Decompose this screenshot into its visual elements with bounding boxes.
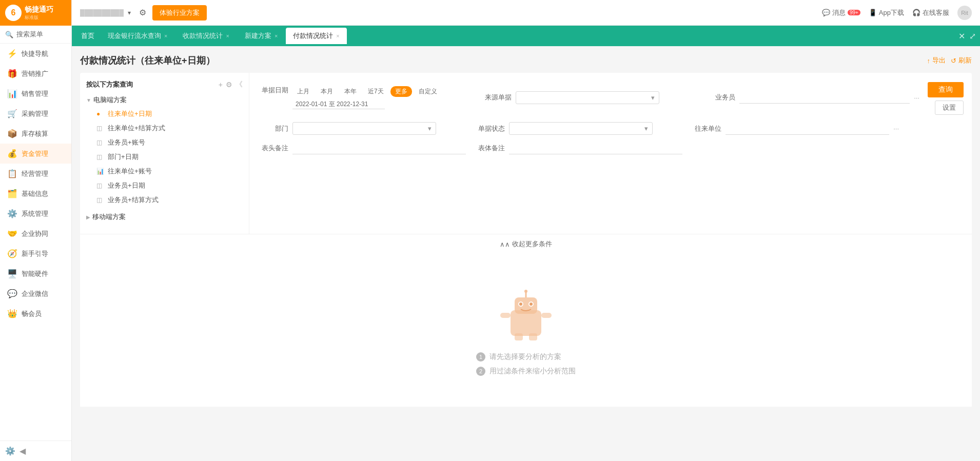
source-filter-group: 来源单据 ▾ xyxy=(481,91,696,104)
mobile-group-label: 移动端方案 xyxy=(92,212,126,222)
dept-select[interactable]: ▾ xyxy=(292,122,436,135)
refresh-btn[interactable]: ↺ 刷新 xyxy=(951,56,972,65)
tab-label: 新建方案 xyxy=(245,31,271,41)
app-download-action[interactable]: 📱 App下载 xyxy=(869,8,904,17)
topbar-settings-icon[interactable]: ⚙ xyxy=(139,8,146,17)
user-avatar[interactable]: Rit xyxy=(957,6,972,20)
sidebar-item-smart-hw[interactable]: 🖥️ 智能硬件 xyxy=(0,264,71,284)
sidebar-item-label: 快捷导航 xyxy=(22,49,48,58)
scheme-item-label: 往来单位+结算方式 xyxy=(108,124,165,133)
mobile-group-title[interactable]: ▶ 移动端方案 xyxy=(86,210,243,224)
scheme-item-partner-settle[interactable]: ◫ 往来单位+结算方式 xyxy=(86,121,243,135)
sidebar-item-inventory[interactable]: 📦 库存核算 xyxy=(0,124,71,144)
this-month-shortcut[interactable]: 本月 xyxy=(316,86,338,97)
tab-cash-flow[interactable]: 现金银行流水查询 × xyxy=(101,28,174,44)
sidebar-item-operations[interactable]: 📋 经营管理 xyxy=(0,164,71,184)
partner-more-icon[interactable]: ··· xyxy=(893,125,899,132)
sidebar-item-quick-nav[interactable]: ⚡ 快捷导航 xyxy=(0,44,71,64)
sidebar-item-base-info[interactable]: 🗂️ 基础信息 xyxy=(0,184,71,204)
empty-steps: 1 请先选择要分析的方案 2 用过滤条件来缩小分析范围 xyxy=(476,352,576,376)
tab-close-icon[interactable]: × xyxy=(336,33,339,39)
svg-rect-0 xyxy=(511,310,541,336)
scheme-item-label: 业务员+日期 xyxy=(108,181,145,190)
tab-close-icon[interactable]: × xyxy=(164,33,167,39)
scheme-icon: ◫ xyxy=(96,139,105,146)
staff-label: 业务员 xyxy=(704,93,735,102)
close-tab-icon[interactable]: ✕ xyxy=(958,31,965,41)
sidebar-item-sales[interactable]: 📊 销售管理 xyxy=(0,84,71,104)
tab-new-plan[interactable]: 新建方案 × xyxy=(238,28,285,44)
partner-input[interactable] xyxy=(726,123,889,135)
export-btn[interactable]: ↑ 导出 xyxy=(927,56,946,65)
scheme-item-partner-date[interactable]: ● 往来单位+日期 xyxy=(86,107,243,121)
sidebar-item-label: 系统管理 xyxy=(22,209,48,218)
svg-rect-8 xyxy=(500,313,511,318)
filter-row-2: 部门 ▾ 单据状态 ▾ xyxy=(258,122,964,135)
body-note-input[interactable] xyxy=(509,142,682,154)
content-wrapper: 按以下方案查询 + ⚙ 《 ▼ 电脑端方案 xyxy=(80,73,972,407)
more-shortcuts[interactable]: 更多 xyxy=(390,86,412,97)
trial-btn[interactable]: 体验行业方案 xyxy=(152,5,207,21)
header-note-group: 表头备注 xyxy=(258,142,466,154)
message-action[interactable]: 💬 消息 99+ xyxy=(822,8,860,17)
last-7days-shortcut[interactable]: 近7天 xyxy=(363,86,388,97)
scheme-item-dept-date[interactable]: ◫ 部门+日期 xyxy=(86,150,243,164)
collapse-sidebar-icon[interactable]: ◀ xyxy=(19,446,26,456)
tab-payment-stats[interactable]: 收款情况统计 × xyxy=(175,28,236,44)
settings-bottom-icon[interactable]: ⚙️ xyxy=(5,446,15,456)
chart-scheme-icon: 📊 xyxy=(96,168,105,175)
scheme-item-staff-date[interactable]: ◫ 业务员+日期 xyxy=(86,178,243,193)
scheme-item-staff-account[interactable]: ◫ 业务员+账号 xyxy=(86,135,243,150)
svg-rect-10 xyxy=(515,333,523,340)
sidebar-item-label: 智能硬件 xyxy=(22,269,48,278)
tab-close-icon[interactable]: × xyxy=(226,33,229,39)
pc-group-title[interactable]: ▼ 电脑端方案 xyxy=(86,93,243,107)
body-note-group: 表体备注 xyxy=(474,142,682,154)
tab-close-icon[interactable]: × xyxy=(275,33,278,39)
sidebar-item-enterprise[interactable]: 🤝 企业协同 xyxy=(0,224,71,244)
last-month-shortcut[interactable]: 上月 xyxy=(292,86,314,97)
status-select[interactable]: ▾ xyxy=(509,122,653,135)
tabs-bar: 首页 现金银行流水查询 × 收款情况统计 × 新建方案 × 付款情况统计 × ✕… xyxy=(72,26,980,46)
scheme-collapse-icon[interactable]: 《 xyxy=(236,80,243,89)
settings-btn[interactable]: 设置 xyxy=(935,101,964,115)
quick-nav-icon: ⚡ xyxy=(7,49,17,58)
collapse-bar[interactable]: ∧∧ 收起更多条件 xyxy=(80,234,972,254)
message-label: 消息 xyxy=(832,8,846,17)
tab-home[interactable]: 首页 xyxy=(76,28,100,44)
date-shortcuts: 上月 本月 本年 近7天 更多 自定义 xyxy=(292,86,442,97)
staff-input[interactable] xyxy=(739,91,910,104)
dept-dropdown-icon: ▾ xyxy=(428,125,432,132)
online-service-action[interactable]: 🎧 在线客服 xyxy=(912,8,949,17)
date-range-input[interactable] xyxy=(292,99,385,109)
sidebar-search[interactable]: 🔍 搜索菜单 xyxy=(0,26,71,44)
this-year-shortcut[interactable]: 本年 xyxy=(340,86,361,97)
staff-more-icon[interactable]: ··· xyxy=(914,94,919,102)
step-2-num: 2 xyxy=(476,367,485,376)
scheme-item-label: 业务员+账号 xyxy=(108,138,145,147)
sidebar-item-vip[interactable]: 👑 畅会员 xyxy=(0,304,71,324)
custom-shortcut[interactable]: 自定义 xyxy=(414,86,442,97)
svg-point-4 xyxy=(519,303,522,306)
sidebar-item-beginner[interactable]: 🧭 新手引导 xyxy=(0,244,71,264)
svg-point-7 xyxy=(524,290,527,293)
scheme-settings-icon[interactable]: ⚙ xyxy=(226,81,232,89)
dropdown-arrow[interactable]: ▾ xyxy=(128,9,131,16)
source-select[interactable]: ▾ xyxy=(516,91,659,104)
maximize-tab-icon[interactable]: ⤢ xyxy=(969,31,976,41)
scheme-item-staff-settle[interactable]: ◫ 业务员+结算方式 xyxy=(86,193,243,207)
tab-pay-stats[interactable]: 付款情况统计 × xyxy=(286,28,346,44)
query-section: 查询 设置 xyxy=(928,80,964,115)
company-name: ██████████ xyxy=(80,9,124,16)
purchase-icon: 🛒 xyxy=(7,109,17,118)
sidebar-item-purchase[interactable]: 🛒 采购管理 xyxy=(0,104,71,124)
sidebar-item-enterprise-wechat[interactable]: 💬 企业微信 xyxy=(0,284,71,304)
query-btn[interactable]: 查询 xyxy=(928,82,964,97)
tab-label: 现金银行流水查询 xyxy=(108,31,161,41)
scheme-item-partner-account[interactable]: 📊 往来单位+账号 xyxy=(86,164,243,178)
sidebar-item-system[interactable]: ⚙️ 系统管理 xyxy=(0,204,71,224)
sidebar-item-finance[interactable]: 💰 资金管理 xyxy=(0,144,71,164)
header-note-input[interactable] xyxy=(292,142,466,154)
add-scheme-icon[interactable]: + xyxy=(219,81,223,89)
sidebar-item-marketing[interactable]: 🎁 营销推广 xyxy=(0,64,71,84)
